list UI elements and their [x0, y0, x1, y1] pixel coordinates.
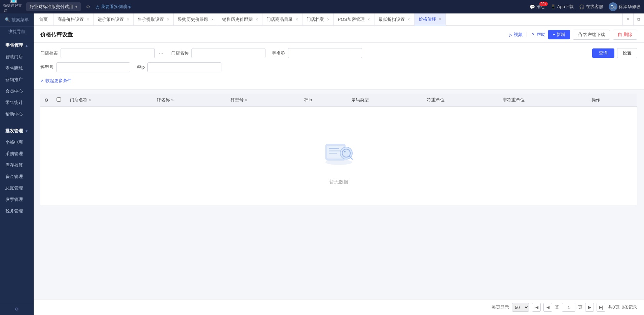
filter-scale-model-label: 秤型号: [40, 64, 53, 70]
tab-price-manage[interactable]: 商品价格设置 ×: [53, 13, 94, 26]
sidebar-item-wholesale-mgmt[interactable]: 批发管理 ▼: [2, 125, 32, 137]
sidebar-item-purchase-mgmt[interactable]: 采购管理: [2, 148, 32, 160]
add-btn[interactable]: + 新增: [548, 30, 570, 39]
version-selector[interactable]: 好业财标准版交付试用 ▾: [26, 2, 81, 11]
sidebar-item-small-ecom[interactable]: 小畅电商: [2, 137, 32, 148]
chevron-up-icon: ▲: [25, 44, 28, 47]
first-page-btn[interactable]: |◀: [532, 303, 541, 312]
tab-store-file[interactable]: 门店档案 ×: [302, 13, 334, 26]
sidebar-item-retail-mgmt[interactable]: 零售管理 ▲: [2, 40, 32, 51]
sidebar-search[interactable]: 🔍 搜索菜单: [0, 13, 34, 27]
th-checkbox: [52, 94, 66, 107]
sidebar-section-retail: 零售管理 ▲ 智慧门店 零售商城 营销推广 会员中心 零售统计 帮助中心: [0, 37, 34, 123]
tab-price-scale[interactable]: 价格传秤 ×: [415, 13, 446, 26]
filter-store-name-input[interactable]: [191, 48, 265, 58]
filter-scale-name-input[interactable]: [288, 48, 362, 58]
filter-scale-model-input[interactable]: [56, 62, 130, 72]
sidebar-item-smart-store[interactable]: 智慧门店: [2, 51, 32, 63]
sidebar-quick-nav[interactable]: 快捷导航: [0, 27, 34, 37]
close-tab-price-manage[interactable]: ×: [87, 17, 89, 22]
chevron-down-icon: ▼: [25, 129, 28, 133]
close-tab-price-scale[interactable]: ×: [439, 17, 441, 22]
sidebar-item-retail-mall[interactable]: 零售商城: [2, 63, 32, 74]
sidebar-item-invoice[interactable]: 发票管理: [2, 194, 32, 205]
message-btn[interactable]: 💬 消息 99+: [530, 4, 545, 10]
filter-row-1: 门店档案 ··· 门店名称 秤名称 查询 设置: [40, 48, 637, 58]
close-tab-purchase-history[interactable]: ×: [211, 17, 214, 22]
pagination: 每页显示 50 10 20 100 |◀ ◀ 算 页 ▶ ▶| 共0页, 0条记…: [34, 299, 644, 315]
filter-collapse-btn[interactable]: ∧ 收起更多条件: [40, 78, 637, 84]
svg-rect-3: [329, 148, 339, 149]
th-barcode-type: 条码类型: [347, 94, 423, 107]
tab-min-discount[interactable]: 最低折扣设置 ×: [374, 13, 415, 26]
page-actions: ▷ 视频 ？ 帮助 + 新增 凸 客户端下载 自 删除: [509, 30, 637, 40]
more-tabs-btn[interactable]: ⧉: [633, 13, 644, 26]
filter-area: 门店档案 ··· 门店名称 秤名称 查询 设置: [34, 43, 644, 90]
user-name: 徐泽华修改: [619, 4, 641, 10]
filter-store-dots[interactable]: ···: [157, 50, 165, 56]
svg-rect-5: [329, 153, 337, 154]
tab-sale-extract[interactable]: 售价提取设置 ×: [134, 13, 174, 26]
tab-purchase-strategy[interactable]: 进价策略设置 ×: [94, 13, 134, 26]
sidebar-item-finance[interactable]: 资金管理: [2, 171, 32, 182]
filter-scale-ip: 秤ip: [137, 62, 221, 72]
query-btn[interactable]: 查询: [592, 48, 614, 58]
close-tab-min-discount[interactable]: ×: [408, 17, 410, 22]
online-service-btn[interactable]: 🎧 在线客服: [579, 4, 603, 10]
tab-purchase-history[interactable]: 采购历史价跟踪 ×: [174, 13, 218, 26]
empty-illustration: [319, 134, 359, 174]
sidebar-item-retail-stats[interactable]: 零售统计: [2, 97, 32, 108]
prev-page-btn[interactable]: ◀: [543, 303, 552, 312]
help-icon: ？: [531, 32, 535, 38]
demo-text: 我要看实例演示: [101, 4, 132, 10]
sidebar-item-ledger[interactable]: 总账管理: [2, 182, 32, 194]
close-tab-store-catalog[interactable]: ×: [296, 17, 298, 22]
page-header: 价格传秤设置 ▷ 视频 ？ 帮助 + 新增 凸 客户端下载 自 删: [34, 26, 644, 43]
sidebar-settings-btn[interactable]: ⚙: [0, 303, 34, 315]
tabbar-end: ✕ ⧉: [622, 13, 644, 26]
close-tab-pos-manage[interactable]: ×: [368, 17, 370, 22]
sidebar-section-wholesale: 批发管理 ▼ 小畅电商 采购管理 库存核算 资金管理 总账管理 发票管理 税务管…: [0, 123, 34, 219]
user-profile-btn[interactable]: Ea 徐泽华修改: [609, 2, 641, 11]
sidebar-item-help-center[interactable]: 帮助中心: [2, 108, 32, 120]
close-tab-store-file[interactable]: ×: [327, 17, 329, 22]
chevron-down-icon: ▾: [75, 5, 77, 9]
close-tab-sale-history[interactable]: ×: [256, 17, 258, 22]
filter-collapse-text: ∧ 收起更多条件: [40, 78, 72, 84]
close-tab-sale-extract[interactable]: ×: [167, 17, 169, 22]
close-tab-purchase-strategy[interactable]: ×: [127, 17, 129, 22]
avatar: Ea: [609, 2, 617, 11]
select-all-checkbox[interactable]: [57, 97, 61, 102]
th-scale-name: 秤名称⇅: [153, 94, 226, 107]
video-link[interactable]: ▷ 视频: [509, 32, 523, 38]
tab-sale-history[interactable]: 销售历史价跟踪 ×: [218, 13, 262, 26]
app-download-btn[interactable]: 📱 App下载: [550, 4, 574, 10]
play-icon: ▷: [509, 32, 512, 37]
delete-btn[interactable]: 自 删除: [613, 30, 637, 40]
per-page-select[interactable]: 50 10 20 100: [512, 303, 529, 312]
settings-gear-icon[interactable]: ⚙: [83, 2, 93, 11]
empty-text: 暂无数据: [329, 179, 348, 185]
filter-store-input[interactable]: [61, 48, 155, 58]
set-btn[interactable]: 设置: [617, 48, 637, 58]
last-page-btn[interactable]: ▶|: [597, 303, 605, 312]
page-input[interactable]: [562, 303, 575, 312]
download-client-btn[interactable]: 凸 客户端下载: [573, 30, 610, 40]
tab-pos-manage[interactable]: POS加密管理 ×: [334, 13, 374, 26]
table-gear-icon[interactable]: ⚙: [44, 98, 48, 103]
sidebar-item-tax[interactable]: 税务管理: [2, 205, 32, 217]
help-link[interactable]: ？ 帮助: [531, 32, 545, 38]
next-page-btn[interactable]: ▶: [585, 303, 594, 312]
filter-scale-model: 秤型号: [40, 62, 130, 72]
tab-home[interactable]: 首页: [34, 13, 53, 26]
th-non-weight-unit: 非称重单位: [499, 94, 587, 107]
filter-scale-ip-input[interactable]: [147, 62, 221, 72]
sidebar-item-inventory[interactable]: 库存核算: [2, 160, 32, 171]
sidebar-item-marketing[interactable]: 营销推广: [2, 74, 32, 85]
tabbar: 首页 商品价格设置 × 进价策略设置 × 售价提取设置 × 采购历史价跟踪 × …: [34, 13, 644, 26]
close-all-tabs-btn[interactable]: ✕: [622, 13, 633, 26]
page-label: 算: [555, 304, 559, 310]
sidebar-item-member-center[interactable]: 会员中心: [2, 85, 32, 97]
tab-store-catalog[interactable]: 门店商品目录 ×: [262, 13, 302, 26]
demo-link[interactable]: ◎ 我要看实例演示: [96, 4, 132, 10]
